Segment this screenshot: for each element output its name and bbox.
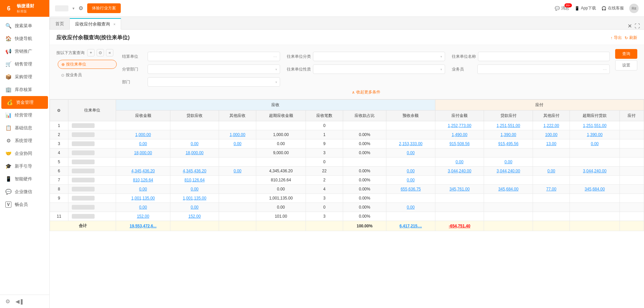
table-cell[interactable]: 1,001,135.00 [170,194,219,203]
table-cell [620,176,644,185]
table-cell[interactable]: 1,252,773.00 [435,121,484,130]
table-cell[interactable]: 1,390.00 [484,130,533,139]
collapse-scheme-btn[interactable]: « [106,49,113,56]
table-cell[interactable]: 1,251,551.00 [570,121,620,130]
table-cell[interactable]: 345,761.00 [435,185,484,194]
table-cell[interactable]: 3,044,240.00 [435,167,484,176]
partner-name-input[interactable] [478,52,610,61]
table-cell[interactable]: 13.00 [533,139,570,148]
query-button[interactable]: 查询 [615,49,637,59]
partner-nature-input[interactable]: ▾ [313,64,445,74]
partner-category-input[interactable]: ▾ [313,52,445,61]
solution-button[interactable]: 体验行业方案 [87,3,121,13]
table-cell[interactable]: 3,044,240.00 [484,167,533,176]
sidebar-item-marketing[interactable]: 📢 营销推广 [0,45,49,58]
total-ar-amount[interactable]: 19,553,472,6... [116,221,170,231]
user-avatar[interactable]: Rit [629,4,639,13]
table-cell[interactable]: 0.00 [435,158,484,167]
table-cell[interactable]: 0.00 [386,176,435,185]
table-cell[interactable]: 0.00 [116,185,170,194]
sidebar-item-purchase[interactable]: 📦 采购管理 [0,71,49,83]
table-cell[interactable]: 0.00 [116,139,170,148]
table-cell[interactable]: 4,345,436.20 [170,167,219,176]
customer-service-btn[interactable]: 🎧 在线客服 [601,5,624,11]
dept-manager-input[interactable]: ▾ [148,64,280,74]
sidebar-item-inventory[interactable]: 🏢 库存核算 [0,83,49,96]
table-cell[interactable]: 0.00 [116,203,170,212]
tab-ar-ap-query[interactable]: 应收应付余额查询 × [70,18,121,30]
table-cell[interactable]: 0.00 [219,167,256,176]
table-cell[interactable]: 0.00 [533,167,570,176]
table-cell[interactable]: 345,684.00 [570,185,620,194]
table-cell[interactable]: 1,000.00 [219,130,256,139]
table-cell[interactable]: 655,636.75 [386,185,435,194]
filter-option-partner[interactable]: ⊕ 按往来单位 [58,60,117,69]
table-cell[interactable]: 810,126.64 [116,176,170,185]
app-download-btn[interactable]: 📱 App下载 [575,5,596,11]
table-cell[interactable]: 0.00 [170,203,219,212]
export-button[interactable]: ↑ 导出 [610,35,622,41]
table-cell[interactable]: 3,044,240.00 [570,167,620,176]
table-cell[interactable]: 1,222.00 [533,121,570,130]
tab-close-icon[interactable]: × [113,22,115,26]
table-cell[interactable]: 0.00 [386,148,435,158]
filter-option-salesperson[interactable]: ⊙ 按业务员 [58,71,117,79]
table-cell[interactable]: 1,490.00 [435,130,484,139]
tab-expand-icon[interactable]: ⛶ [635,23,640,29]
refresh-button[interactable]: ↻ 刷新 [625,35,637,41]
notifications-btn[interactable]: 💬 消息 99+ [555,5,569,11]
filter-collapse-btn[interactable]: ∧ 收起更多条件 [122,89,610,95]
sidebar-item-enterprise-wechat[interactable]: 💬 企业微信 [0,185,49,198]
table-cell[interactable]: 0.00 [170,139,219,148]
sidebar-item-smart-hw[interactable]: 📱 智能硬件 [0,173,49,185]
collapse-icon[interactable]: ◀❚ [15,298,24,305]
table-cell[interactable]: 0.00 [386,203,435,212]
settlement-unit-input[interactable]: ··· [148,52,280,61]
total-ap-amount[interactable]: -654,751.40 [435,221,484,231]
sidebar-item-vip[interactable]: V 畅会员 [0,198,49,211]
table-cell[interactable]: 0.00 [570,139,620,148]
sidebar-item-operations[interactable]: 📊 经营管理 [0,109,49,122]
table-cell[interactable]: 2,153,333.00 [386,139,435,148]
col-settings-header[interactable]: ⚙ [50,100,68,121]
table-settings-icon[interactable]: ⚙ [57,108,61,113]
table-cell[interactable]: 0.00 [170,185,219,194]
sidebar-item-quick-nav[interactable]: 🏠 快捷导航 [0,32,49,45]
sidebar-item-funds[interactable]: 💰 资金管理 [1,96,48,109]
table-cell[interactable]: 4,345,436.20 [116,167,170,176]
table-cell[interactable]: 810,126.64 [170,176,219,185]
add-scheme-btn[interactable]: + [87,49,95,56]
sidebar-item-newbie[interactable]: 🎓 新手引导 [0,160,49,173]
settings-footer-icon[interactable]: ⚙ [5,298,10,305]
department-input[interactable]: ▾ [148,77,280,87]
breadcrumb-dropdown-icon[interactable]: ▾ [72,6,74,11]
target-scheme-btn[interactable]: ⊙ [97,49,104,56]
sidebar-item-sales[interactable]: 🛒 销售管理 [0,58,49,71]
table-cell[interactable]: 1,001,135.00 [116,194,170,203]
table-cell[interactable]: 100.00 [533,130,570,139]
sidebar-item-basic-info[interactable]: 📋 基础信息 [0,122,49,134]
table-cell[interactable]: 345,684.00 [484,185,533,194]
table-cell[interactable]: 0.00 [484,158,533,167]
table-cell[interactable]: 152.00 [170,212,219,221]
table-cell[interactable]: 1,251,551.00 [484,121,533,130]
table-cell[interactable]: 18,000.00 [170,148,219,158]
sidebar-item-system[interactable]: ⚙ 系统管理 [0,134,49,147]
sidebar-item-enterprise[interactable]: 🤝 企业协同 [0,147,49,160]
sidebar-item-search-menu[interactable]: 🔍 搜索菜单 [0,19,49,32]
table-cell[interactable]: 915,495.56 [484,139,533,148]
table-cell[interactable]: 0.00 [386,167,435,176]
table-cell[interactable]: 77.00 [533,185,570,194]
total-ar-prepaid[interactable]: 6,417,215.... [386,221,435,231]
table-cell[interactable]: 152.00 [116,212,170,221]
table-cell[interactable]: 0.00 [219,139,256,148]
tab-home[interactable]: 首页 [50,18,70,29]
table-cell[interactable]: 915,508.56 [435,139,484,148]
salesperson-input[interactable]: ··· [477,64,610,74]
tab-close-window-icon[interactable]: ✕ [628,23,632,29]
table-cell[interactable]: 18,000.00 [116,148,170,158]
settings-button[interactable]: 设置 [615,60,637,71]
table-cell[interactable]: 1,390.00 [570,130,620,139]
topbar-gear-icon[interactable]: ⚙ [78,5,83,11]
table-cell[interactable]: 1,000.00 [116,130,170,139]
